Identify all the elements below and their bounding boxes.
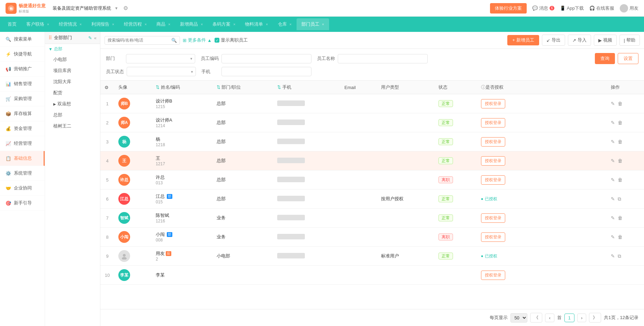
sidebar-item-quick-nav[interactable]: ⚡ 快捷导航 bbox=[0, 47, 45, 62]
nav-tab-bom[interactable]: 物料清单 × bbox=[240, 18, 273, 30]
nav-tab-warehouse[interactable]: 仓库 × bbox=[273, 18, 297, 30]
edit-icon[interactable]: ✎ bbox=[611, 177, 615, 183]
last-page-btn[interactable]: 》 bbox=[589, 313, 601, 323]
sidebar-item-guide[interactable]: 🎯 新手引导 bbox=[0, 196, 45, 211]
auth-button[interactable]: 授权登录 bbox=[481, 232, 505, 242]
app-download-btn[interactable]: 📱 App下载 bbox=[560, 5, 584, 11]
auth-button[interactable]: 授权登录 bbox=[481, 271, 505, 280]
copy-icon[interactable]: ⧉ bbox=[618, 196, 621, 202]
dept-item-delivery[interactable]: 配货 bbox=[45, 87, 100, 98]
auth-button[interactable]: 授权登录 bbox=[481, 137, 505, 147]
th-settings[interactable]: ⚙ bbox=[100, 81, 114, 94]
trial-button[interactable]: 体验行业方案 bbox=[490, 3, 527, 14]
auth-button[interactable]: 授权登录 bbox=[481, 156, 505, 166]
delete-icon[interactable]: 🗑 bbox=[618, 234, 623, 240]
close-icon[interactable]: × bbox=[47, 22, 49, 26]
sidebar-item-basic-info[interactable]: 📋 基础信息 bbox=[0, 151, 45, 166]
next-page-btn[interactable]: › bbox=[577, 314, 586, 322]
edit-icon[interactable]: ✎ bbox=[611, 120, 615, 125]
th-dept-position[interactable]: ⇅ 部门/职位 bbox=[212, 81, 273, 94]
close-icon[interactable]: × bbox=[266, 22, 268, 26]
copy-icon[interactable]: ⧉ bbox=[618, 253, 621, 259]
emp-name-input[interactable] bbox=[338, 54, 428, 63]
sidebar-item-system[interactable]: ⚙️ 系统管理 bbox=[0, 166, 45, 181]
phone-input[interactable] bbox=[221, 67, 311, 76]
sidebar-item-search[interactable]: 🔍 搜索菜单 bbox=[0, 32, 45, 47]
search-input[interactable] bbox=[108, 38, 170, 43]
auth-button[interactable]: 授权登录 bbox=[481, 99, 505, 108]
online-service-btn[interactable]: 🎧 在线客服 bbox=[589, 5, 614, 11]
sidebar-item-purchase[interactable]: 🛒 采购管理 bbox=[0, 91, 45, 106]
dept-collapse-icon[interactable]: « bbox=[94, 35, 97, 41]
delete-icon[interactable]: 🗑 bbox=[618, 177, 623, 183]
th-phone[interactable]: ⇅ 手机 bbox=[273, 81, 340, 94]
delete-icon[interactable]: 🗑 bbox=[618, 139, 623, 144]
import-btn[interactable]: ↗ 导入 bbox=[568, 35, 591, 46]
delete-icon[interactable]: 🗑 bbox=[618, 215, 623, 221]
prev-page-btn[interactable]: ‹ bbox=[545, 314, 554, 322]
dept-item-tree-king[interactable]: 植树王二 bbox=[45, 121, 100, 132]
add-employee-button[interactable]: + 新增员工 bbox=[507, 35, 539, 45]
edit-icon[interactable]: ✎ bbox=[611, 101, 615, 106]
sidebar-item-finance[interactable]: 💰 资金管理 bbox=[0, 121, 45, 136]
dept-edit-icon[interactable]: ✎ bbox=[88, 35, 92, 41]
edit-icon[interactable]: ✎ bbox=[611, 139, 615, 144]
nav-tab-home[interactable]: 首页 bbox=[3, 18, 21, 30]
dept-item-double[interactable]: ▶ 双庙想 bbox=[45, 98, 100, 109]
view-btn[interactable]: ▶ 视频 bbox=[594, 35, 617, 46]
search-icon[interactable]: 🔍 bbox=[171, 38, 177, 43]
dept-select[interactable] bbox=[126, 54, 195, 63]
sidebar-item-sales[interactable]: 📊 销售管理 bbox=[0, 77, 45, 91]
edit-icon[interactable]: ✎ bbox=[611, 234, 615, 240]
delete-icon[interactable]: 🗑 bbox=[618, 101, 623, 106]
close-icon[interactable]: × bbox=[322, 22, 324, 26]
export-btn[interactable]: ↙ 导出 bbox=[542, 35, 565, 46]
show-resigned-checkbox[interactable]: ✓ 显示离职员工 bbox=[215, 37, 248, 43]
page-size-select[interactable]: 50 bbox=[510, 313, 527, 323]
delete-icon[interactable]: 🗑 bbox=[618, 158, 623, 164]
sidebar-item-collab[interactable]: 🤝 企业协同 bbox=[0, 181, 45, 196]
more-conditions-btn[interactable]: ⊞ 更多条件 ▲ bbox=[183, 37, 212, 43]
auth-button[interactable]: 授权登录 bbox=[481, 175, 505, 185]
sidebar-item-marketing[interactable]: 📢 营销推广 bbox=[0, 62, 45, 77]
close-icon[interactable]: × bbox=[201, 22, 203, 26]
close-icon[interactable]: × bbox=[80, 22, 82, 26]
edit-icon[interactable]: ✎ bbox=[611, 158, 615, 164]
nav-tab-profit[interactable]: 利润报告 × bbox=[87, 18, 119, 30]
auth-button[interactable]: 授权登录 bbox=[481, 213, 505, 223]
emp-status-select[interactable] bbox=[127, 67, 196, 76]
close-icon[interactable]: × bbox=[168, 22, 170, 26]
close-icon[interactable]: × bbox=[289, 22, 291, 26]
close-icon[interactable]: × bbox=[112, 22, 114, 26]
help-btn[interactable]: | 帮助 bbox=[619, 35, 640, 46]
close-icon[interactable]: × bbox=[145, 22, 147, 26]
dept-item-headquarters[interactable]: 总部 bbox=[45, 109, 100, 121]
query-button[interactable]: 查询 bbox=[595, 53, 615, 64]
user-btn[interactable]: 用友 bbox=[620, 4, 638, 12]
first-page-btn[interactable]: 《 bbox=[530, 313, 542, 323]
nav-tab-add-goods[interactable]: 新增商品 × bbox=[175, 18, 208, 30]
dept-item-shenyang[interactable]: 沈阳大库 bbox=[45, 76, 100, 87]
th-name-code[interactable]: ⇅ 姓名/编码 bbox=[152, 81, 212, 94]
sidebar-item-business[interactable]: 📈 经营管理 bbox=[0, 136, 45, 151]
message-btn[interactable]: 💬 消息 6 bbox=[532, 5, 554, 11]
edit-icon[interactable]: ✎ bbox=[611, 196, 615, 202]
dropdown-icon[interactable]: ▾ bbox=[115, 6, 118, 11]
nav-tab-customer[interactable]: 客户联络 × bbox=[21, 18, 54, 30]
close-icon[interactable]: × bbox=[233, 22, 235, 26]
auth-button[interactable]: 授权登录 bbox=[481, 118, 505, 127]
nav-tab-history[interactable]: 经营历程 × bbox=[119, 18, 152, 30]
reset-button[interactable]: 设置 bbox=[618, 53, 638, 64]
sidebar-item-inventory[interactable]: 📦 库存核算 bbox=[0, 106, 45, 121]
edit-icon[interactable]: ✎ bbox=[611, 253, 615, 259]
dept-item-project[interactable]: 项目库房 bbox=[45, 65, 100, 76]
nav-tab-employees[interactable]: 部门员工 × bbox=[297, 18, 329, 30]
nav-tab-goods[interactable]: 商品 × bbox=[152, 18, 175, 30]
edit-icon[interactable]: ✎ bbox=[611, 215, 615, 221]
emp-code-input[interactable] bbox=[221, 54, 311, 63]
delete-icon[interactable]: 🗑 bbox=[618, 120, 623, 125]
settings-icon[interactable]: ⚙ bbox=[123, 5, 128, 11]
dept-item-small-elec[interactable]: 小电部 bbox=[45, 54, 100, 65]
nav-tab-barcode[interactable]: 条码方案 × bbox=[208, 18, 240, 30]
nav-tab-operation[interactable]: 经营情况 × bbox=[54, 18, 87, 30]
